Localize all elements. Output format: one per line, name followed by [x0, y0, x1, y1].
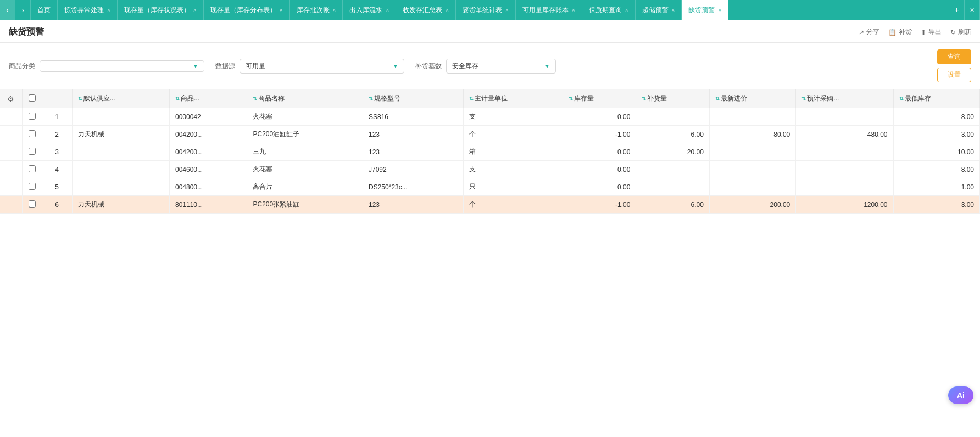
cell-stock: -1.00: [563, 196, 636, 214]
cell-unit: 个: [463, 126, 563, 143]
page-header: 缺货预警 ↗分享📋补货⬆导出↻刷新: [0, 20, 980, 43]
tab-close-available-ledger[interactable]: ×: [572, 7, 575, 13]
cell-replenish-qty: [636, 108, 709, 126]
tab-batch-account[interactable]: 库存批次账×: [290, 0, 343, 20]
table-row: 3004200...三九123箱0.0020.0010.00: [0, 143, 980, 161]
cell-product-code: 004600...: [169, 161, 247, 178]
tab-collect-summary[interactable]: 收发存汇总表×: [396, 0, 456, 20]
query-button[interactable]: 查询: [937, 49, 971, 64]
tab-new-btn[interactable]: +: [949, 0, 965, 20]
tab-shortage[interactable]: 缺货预警×: [682, 0, 728, 20]
col-header-unit[interactable]: ⇅主计量单位: [463, 89, 563, 108]
cell-spec: SS816: [363, 108, 464, 126]
ai-button[interactable]: Ai: [948, 386, 973, 404]
cell-supplier: [72, 108, 169, 126]
select-all-checkbox[interactable]: [29, 94, 36, 102]
tab-close-shortage[interactable]: ×: [718, 7, 721, 13]
cell-spec: 123: [363, 126, 464, 143]
cell-est-purchase: [796, 161, 893, 178]
table-row: 2力天机械004200...PC200油缸缸子123个-1.006.0080.0…: [0, 126, 980, 143]
tab-close-requisition-stat[interactable]: ×: [505, 7, 509, 13]
tab-overstock[interactable]: 超储预警×: [636, 0, 682, 20]
tab-inventory-dist[interactable]: 现存量（库存分布表）×: [204, 0, 290, 20]
datasource-select[interactable]: 可用量 ▼: [240, 59, 404, 74]
replenish-icon: 📋: [888, 29, 897, 36]
category-select[interactable]: ▼: [40, 60, 204, 72]
tab-next-btn[interactable]: ›: [15, 0, 31, 20]
row-checkbox-0[interactable]: [29, 113, 36, 120]
tab-close-overstock[interactable]: ×: [672, 7, 675, 13]
row-checkbox-cell-3[interactable]: [22, 161, 42, 178]
settings-button[interactable]: 设置: [937, 68, 971, 82]
row-checkbox-1[interactable]: [29, 130, 36, 137]
col-header-supplier[interactable]: ⇅默认供应...: [72, 89, 169, 108]
row-checkbox-cell-5[interactable]: [22, 196, 42, 214]
col-header-est-purchase[interactable]: ⇅预计采购...: [796, 89, 893, 108]
tab-close-expiry-query[interactable]: ×: [625, 7, 628, 13]
tab-expiry-query[interactable]: 保质期查询×: [582, 0, 636, 20]
row-gear-placeholder: [0, 126, 22, 143]
col-header-checkbox: [22, 89, 42, 108]
refresh-button[interactable]: ↻刷新: [950, 27, 971, 37]
tab-close-abnormal[interactable]: ×: [107, 7, 110, 13]
col-header-replenish-qty[interactable]: ⇅补货量: [636, 89, 709, 108]
col-header-gear[interactable]: ⚙: [0, 89, 22, 108]
row-checkbox-4[interactable]: [29, 183, 36, 190]
row-checkbox-cell-1[interactable]: [22, 126, 42, 143]
row-number: 1: [42, 108, 72, 126]
col-header-product-name[interactable]: ⇅商品名称: [247, 89, 363, 108]
cell-product-name: PC200油缸缸子: [247, 126, 363, 143]
share-button[interactable]: ↗分享: [859, 27, 879, 37]
cell-est-purchase: [796, 108, 893, 126]
tab-requisition-stat[interactable]: 要货单统计表×: [456, 0, 516, 20]
cell-product-name: PC200张紧油缸: [247, 196, 363, 214]
tab-close-collect-summary[interactable]: ×: [446, 7, 449, 13]
tab-close-inventory-dist[interactable]: ×: [280, 7, 283, 13]
refresh-icon: ↻: [950, 29, 956, 36]
cell-stock: 0.00: [563, 143, 636, 161]
tab-close-batch-account[interactable]: ×: [333, 7, 336, 13]
row-checkbox-2[interactable]: [29, 148, 36, 155]
col-header-spec[interactable]: ⇅规格型号: [363, 89, 464, 108]
export-label: 导出: [928, 27, 942, 37]
tab-inout-flow[interactable]: 出入库流水×: [343, 0, 396, 20]
row-checkbox-cell-2[interactable]: [22, 143, 42, 161]
replenish-base-select[interactable]: 安全库存 ▼: [446, 59, 556, 74]
datasource-chevron-icon: ▼: [393, 63, 398, 69]
row-number: 5: [42, 178, 72, 196]
col-header-latest-price[interactable]: ⇅最新进价: [709, 89, 795, 108]
tab-home[interactable]: 首页: [31, 0, 58, 20]
row-number: 3: [42, 143, 72, 161]
tab-close-inventory-status[interactable]: ×: [193, 7, 197, 13]
cell-unit: 箱: [463, 143, 563, 161]
cell-min-stock: 1.00: [893, 178, 979, 196]
tab-abnormal[interactable]: 拣货异常处理×: [58, 0, 118, 20]
col-header-stock[interactable]: ⇅库存量: [563, 89, 636, 108]
cell-product-name: 火花塞: [247, 161, 363, 178]
tab-close-all-btn[interactable]: ×: [965, 0, 980, 20]
category-label: 商品分类: [9, 61, 35, 71]
cell-latest-price: 80.00: [709, 126, 795, 143]
tab-close-inout-flow[interactable]: ×: [386, 7, 389, 13]
cell-est-purchase: [796, 178, 893, 196]
replenish-button[interactable]: 📋补货: [888, 27, 912, 37]
tab-bar: ‹ › 首页拣货异常处理×现存量（库存状况表）×现存量（库存分布表）×库存批次账…: [0, 0, 980, 20]
tab-inventory-status[interactable]: 现存量（库存状况表）×: [118, 0, 204, 20]
row-gear-placeholder: [0, 161, 22, 178]
col-header-min-stock[interactable]: ⇅最低库存: [893, 89, 979, 108]
row-checkbox-cell-0[interactable]: [22, 108, 42, 126]
gear-icon: ⚙: [7, 94, 14, 103]
row-checkbox-3[interactable]: [29, 165, 36, 172]
tab-prev-btn[interactable]: ‹: [0, 0, 15, 20]
cell-product-name: 火花塞: [247, 108, 363, 126]
row-checkbox-5[interactable]: [29, 200, 36, 208]
cell-min-stock: 3.00: [893, 126, 979, 143]
export-button[interactable]: ⬆导出: [921, 27, 942, 37]
filter-group-replenish-base: 补货基数 安全库存 ▼: [415, 59, 556, 74]
tab-available-ledger[interactable]: 可用量库存账本×: [516, 0, 582, 20]
cell-supplier: [72, 143, 169, 161]
col-header-product-code[interactable]: ⇅商品...: [169, 89, 247, 108]
cell-spec: J7092: [363, 161, 464, 178]
row-checkbox-cell-4[interactable]: [22, 178, 42, 196]
cell-spec: 123: [363, 196, 464, 214]
